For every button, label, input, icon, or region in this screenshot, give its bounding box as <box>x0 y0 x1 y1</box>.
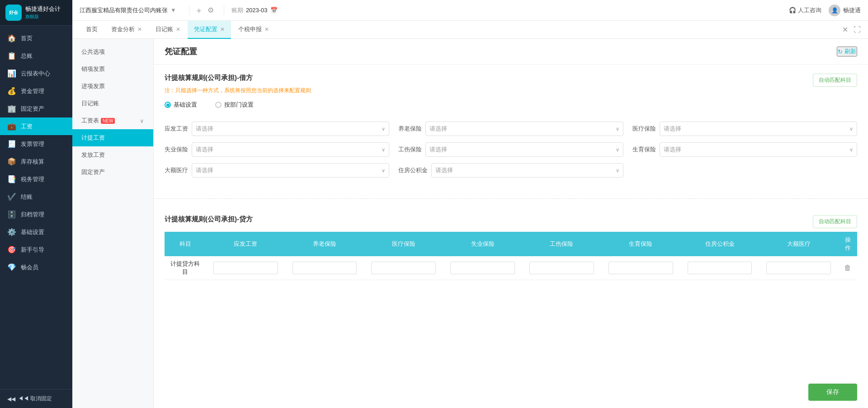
sidebar-item-home[interactable]: 🏠 首页 <box>0 29 72 47</box>
left-menu-fixed-assets[interactable]: 固定资产 <box>72 164 153 181</box>
sidebar-item-assets[interactable]: 🏢 固定资产 <box>0 100 72 117</box>
row-salary-cell <box>206 256 285 280</box>
company-dropdown-arrow: ▼ <box>170 7 176 14</box>
radio-dept-label: 按部门设置 <box>224 101 254 109</box>
field-injury-label: 工伤保险 <box>398 145 422 154</box>
topbar-settings-button[interactable]: ⚙ <box>208 6 214 14</box>
topbar-add-button[interactable]: ＋ <box>195 5 203 16</box>
sidebar-item-capital[interactable]: 💰 资金管理 <box>0 82 72 100</box>
topbar-avatar: 👤 <box>829 5 840 16</box>
left-menu-salary-calc-label: 计提工资 <box>81 134 105 141</box>
tab-capital[interactable]: 资金分析 ✕ <box>105 21 148 39</box>
row-big-medical-input[interactable] <box>766 262 831 274</box>
row-medical-input[interactable] <box>371 262 436 274</box>
sidebar-item-tax[interactable]: 📑 税务管理 <box>0 170 72 188</box>
tab-journal[interactable]: 日记账 ✕ <box>149 21 187 39</box>
tab-home-label: 首页 <box>86 25 98 33</box>
credit-auto-match-button[interactable]: 自动匹配科目 <box>813 215 857 228</box>
field-big-medical-select[interactable]: 请选择 ∨ <box>192 163 389 178</box>
row-delete-button[interactable]: 🗑 <box>844 264 851 272</box>
row-big-medical-cell <box>759 256 838 280</box>
field-maternity-select[interactable]: 请选择 ∨ <box>660 142 857 157</box>
left-menu-sales-label: 销项发票 <box>81 66 105 72</box>
field-salary-label: 应发工资 <box>165 125 188 133</box>
tabs-bar: 首页 资金分析 ✕ 日记账 ✕ 凭证配置 ✕ 个税申报 ✕ ✕ ⛶ <box>72 21 868 39</box>
sidebar-item-ledger[interactable]: 📋 总账 <box>0 47 72 65</box>
sidebar-item-inventory[interactable]: 📦 库存核算 <box>0 153 72 170</box>
row-housing-input[interactable] <box>688 262 752 274</box>
tab-close-action[interactable]: ✕ <box>842 25 848 34</box>
left-menu-journal[interactable]: 日记账 <box>72 95 153 112</box>
left-menu-public-label: 公共选项 <box>81 48 105 55</box>
debit-form-grid: 应发工资 请选择 ∨ 养老保险 请选择 ∨ <box>165 117 857 182</box>
radio-basic[interactable]: 基础设置 <box>165 101 197 109</box>
sidebar-item-settings[interactable]: ⚙️ 基础设置 <box>0 223 72 241</box>
credit-table-body: 计提贷方科目 🗑 <box>165 256 857 280</box>
tab-voucher-close[interactable]: ✕ <box>220 26 225 33</box>
save-button[interactable]: 保存 <box>808 384 857 401</box>
refresh-button[interactable]: ↻ 刷新 <box>837 47 857 56</box>
sidebar-item-guide[interactable]: 🎯 新手引导 <box>0 241 72 258</box>
left-menu-salary-table-label: 工资表 <box>81 117 99 125</box>
field-unemployment-placeholder: 请选择 <box>196 145 213 154</box>
field-unemployment-select[interactable]: 请选择 ∨ <box>192 142 389 157</box>
tab-tax-close[interactable]: ✕ <box>264 26 269 33</box>
tab-home[interactable]: 首页 <box>80 21 104 39</box>
credit-table: 科目 应发工资 养老保险 医疗保险 失业保险 工伤保险 生育保险 住房公积金 大… <box>165 232 857 280</box>
field-salary-select[interactable]: 请选择 ∨ <box>192 122 389 136</box>
col-maternity: 生育保险 <box>601 232 680 256</box>
row-maternity-input[interactable] <box>609 262 673 274</box>
left-menu-salary-pay[interactable]: 发放工资 <box>72 146 153 164</box>
sidebar-item-settle[interactable]: ✔️ 结账 <box>0 188 72 206</box>
injury-select-arrow: ∨ <box>616 147 619 153</box>
left-menu-salary-calc[interactable]: 计提工资 <box>72 129 153 146</box>
col-housing: 住房公积金 <box>680 232 760 256</box>
inventory-icon: 📦 <box>7 157 16 166</box>
medical-select-arrow: ∨ <box>849 126 853 132</box>
sidebar-item-salary[interactable]: 💼 工资 <box>0 117 72 135</box>
sidebar-item-home-label: 首页 <box>21 34 33 42</box>
field-pension-select[interactable]: 请选择 ∨ <box>425 122 623 136</box>
home-icon: 🏠 <box>7 34 16 42</box>
radio-dept[interactable]: 按部门设置 <box>215 101 254 109</box>
left-menu-salary-pay-label: 发放工资 <box>81 151 105 158</box>
row-salary-input[interactable] <box>213 262 278 274</box>
field-injury-select[interactable]: 请选择 ∨ <box>425 142 623 157</box>
tab-expand-action[interactable]: ⛶ <box>854 26 861 34</box>
field-medical-select[interactable]: 请选择 ∨ <box>660 122 857 136</box>
sidebar-item-reports-label: 云报表中心 <box>21 70 50 78</box>
left-menu-purchase[interactable]: 进项发票 <box>72 78 153 95</box>
topbar-user[interactable]: 👤 畅捷通 <box>829 5 861 16</box>
sidebar-item-archive[interactable]: 🗄️ 归档管理 <box>0 206 72 223</box>
left-menu-sales[interactable]: 销项发票 <box>72 61 153 78</box>
field-housing: 住房公积金 请选择 ∨ <box>398 163 623 178</box>
content-area: 公共选项 销项发票 进项发票 日记账 工资表 NEW ∨ 计提工资 <box>72 39 868 408</box>
col-action: 操作 <box>838 232 857 256</box>
capital-icon: 💰 <box>7 87 16 95</box>
row-unemployment-cell <box>443 256 522 280</box>
sidebar-item-invoice[interactable]: 🧾 发票管理 <box>0 135 72 153</box>
sidebar-nav: 🏠 首页 📋 总账 📊 云报表中心 💰 资金管理 🏢 固定资产 💼 工资 🧾 发… <box>0 26 72 389</box>
debit-auto-match-button[interactable]: 自动匹配科目 <box>813 74 857 87</box>
left-menu-salary-table[interactable]: 工资表 NEW ∨ <box>72 112 153 129</box>
tab-capital-close[interactable]: ✕ <box>137 26 142 33</box>
row-injury-input[interactable] <box>529 262 594 274</box>
topbar-period-label: 账期 <box>231 6 243 14</box>
topbar-service-button[interactable]: 🎧 人工咨询 <box>789 6 821 14</box>
left-menu-public[interactable]: 公共选项 <box>72 43 153 61</box>
topbar-calendar-icon[interactable]: 📅 <box>270 7 278 14</box>
row-unemployment-input[interactable] <box>450 262 515 274</box>
tab-journal-close[interactable]: ✕ <box>176 26 180 33</box>
field-housing-select[interactable]: 请选择 ∨ <box>431 163 623 178</box>
company-select[interactable]: 江西服宝精品有限责任公司内账张 ▼ <box>80 6 176 14</box>
sidebar-item-reports[interactable]: 📊 云报表中心 <box>0 65 72 82</box>
tab-tax[interactable]: 个税申报 ✕ <box>232 21 275 39</box>
row-subject-label: 计提贷方科目 <box>165 256 206 280</box>
page-title: 凭证配置 <box>165 46 197 57</box>
radio-basic-circle <box>165 102 171 108</box>
field-medical-label: 医疗保险 <box>632 125 656 133</box>
tab-voucher[interactable]: 凭证配置 ✕ <box>188 21 231 39</box>
sidebar-cancel-pin[interactable]: ◀◀ ◀◀ 取消固定 <box>0 389 72 408</box>
row-pension-input[interactable] <box>292 262 357 274</box>
sidebar-item-vip[interactable]: 💎 畅会员 <box>0 258 72 276</box>
